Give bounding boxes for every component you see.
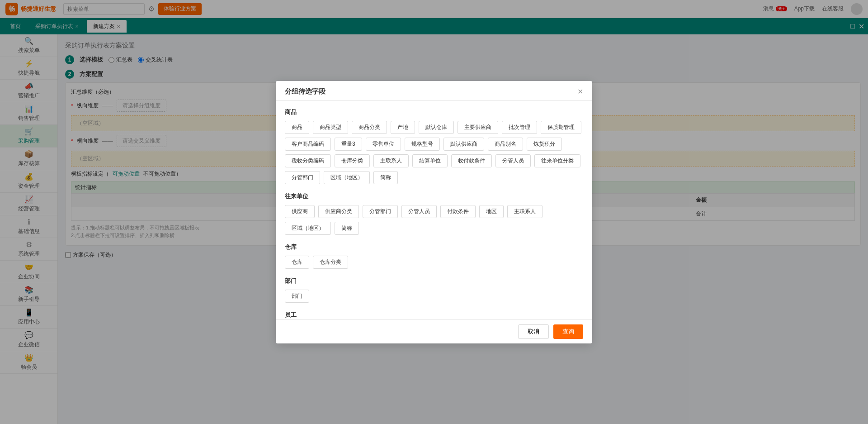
field-tag-points[interactable]: 炼货积分 — [527, 138, 562, 151]
field-tag-settlement-unit[interactable]: 结算单位 — [412, 154, 448, 167]
field-tag-batch-mgmt[interactable]: 批次管理 — [502, 121, 537, 134]
field-tag-supplier-category[interactable]: 供应商分类 — [318, 205, 359, 218]
field-tag-retail-unit[interactable]: 零售单位 — [366, 138, 401, 151]
field-tag-partner-contact[interactable]: 主联系人 — [507, 205, 542, 218]
field-tag-warehouse[interactable]: 仓库 — [285, 256, 309, 269]
field-tag-warehouse-cat[interactable]: 仓库分类 — [313, 256, 348, 269]
modal-overlay[interactable]: 分组待选字段 ✕ 商品 商品 商品类型 商品分类 产地 默认仓库 主要供应商 批… — [0, 0, 868, 424]
field-tag-expiry-mgmt[interactable]: 保质期管理 — [541, 121, 581, 134]
field-tag-dept[interactable]: 部门 — [285, 290, 309, 303]
modal-title: 分组待选字段 — [285, 87, 326, 96]
field-tag-partner-region[interactable]: 区域（地区） — [285, 222, 331, 235]
field-group-partner-title: 往来单位 — [285, 192, 583, 200]
modal-close-btn[interactable]: ✕ — [577, 87, 583, 96]
field-tag-product-alias[interactable]: 商品别名 — [488, 138, 523, 151]
field-group-dept-title: 部门 — [285, 277, 583, 285]
modal-header: 分组待选字段 ✕ — [276, 81, 592, 101]
field-group-dept: 部门 部门 — [285, 277, 583, 303]
modal-body: 商品 商品 商品类型 商品分类 产地 默认仓库 主要供应商 批次管理 保质期管理… — [276, 101, 592, 319]
field-tag-partner-short[interactable]: 简称 — [335, 222, 359, 235]
field-tag-area[interactable]: 地区 — [479, 205, 504, 218]
field-tag-warehouse-category[interactable]: 仓库分类 — [335, 154, 370, 167]
field-tags-warehouse: 仓库 仓库分类 — [285, 256, 583, 269]
field-tag-supplier[interactable]: 供应商 — [285, 205, 315, 218]
field-tag-main-supplier[interactable]: 主要供应商 — [458, 121, 498, 134]
field-tag-partner-dept[interactable]: 分管部门 — [363, 205, 398, 218]
field-group-employee-title: 员工 — [285, 311, 583, 319]
field-tag-short-name[interactable]: 简称 — [373, 171, 398, 184]
modal-confirm-btn[interactable]: 查询 — [553, 324, 583, 339]
field-tag-weight3[interactable]: 重量3 — [335, 138, 362, 151]
field-tag-responsible-person[interactable]: 分管人员 — [495, 154, 531, 167]
field-tag-dept-mgmt[interactable]: 分管部门 — [285, 171, 320, 184]
field-group-product-title: 商品 — [285, 108, 583, 116]
field-select-modal: 分组待选字段 ✕ 商品 商品 商品类型 商品分类 产地 默认仓库 主要供应商 批… — [276, 81, 592, 343]
field-tag-origin[interactable]: 产地 — [391, 121, 415, 134]
field-group-employee: 员工 业务员 — [285, 311, 583, 319]
field-group-warehouse-title: 仓库 — [285, 243, 583, 251]
field-tag-spec-model[interactable]: 规格型号 — [405, 138, 440, 151]
field-tag-partner-person[interactable]: 分管人员 — [401, 205, 437, 218]
field-tag-default-supplier[interactable]: 默认供应商 — [443, 138, 484, 151]
field-tag-default-warehouse[interactable]: 默认仓库 — [419, 121, 454, 134]
field-group-warehouse: 仓库 仓库 仓库分类 — [285, 243, 583, 269]
field-tag-partner-category[interactable]: 往来单位分类 — [534, 154, 580, 167]
field-tag-main-contact[interactable]: 主联系人 — [373, 154, 409, 167]
field-tag-region[interactable]: 区域（地区） — [324, 171, 370, 184]
field-tag-payment-terms[interactable]: 收付款条件 — [451, 154, 492, 167]
field-group-partner: 往来单位 供应商 供应商分类 分管部门 分管人员 付款条件 地区 主联系人 区域… — [285, 192, 583, 235]
field-tag-tax-code[interactable]: 税收分类编码 — [285, 154, 331, 167]
field-tags-partner: 供应商 供应商分类 分管部门 分管人员 付款条件 地区 主联系人 区域（地区） … — [285, 205, 583, 235]
field-tags-dept: 部门 — [285, 290, 583, 303]
modal-cancel-btn[interactable]: 取消 — [518, 324, 549, 339]
field-tag-product-type[interactable]: 商品类型 — [313, 121, 348, 134]
field-tag-customer-code[interactable]: 客户商品编码 — [285, 138, 331, 151]
modal-footer: 取消 查询 — [276, 319, 592, 343]
field-tag-payment-condition[interactable]: 付款条件 — [440, 205, 476, 218]
field-tags-product: 商品 商品类型 商品分类 产地 默认仓库 主要供应商 批次管理 保质期管理 客户… — [285, 121, 583, 184]
field-tag-product-category[interactable]: 商品分类 — [352, 121, 387, 134]
field-tag-product[interactable]: 商品 — [285, 121, 309, 134]
field-group-product: 商品 商品 商品类型 商品分类 产地 默认仓库 主要供应商 批次管理 保质期管理… — [285, 108, 583, 184]
